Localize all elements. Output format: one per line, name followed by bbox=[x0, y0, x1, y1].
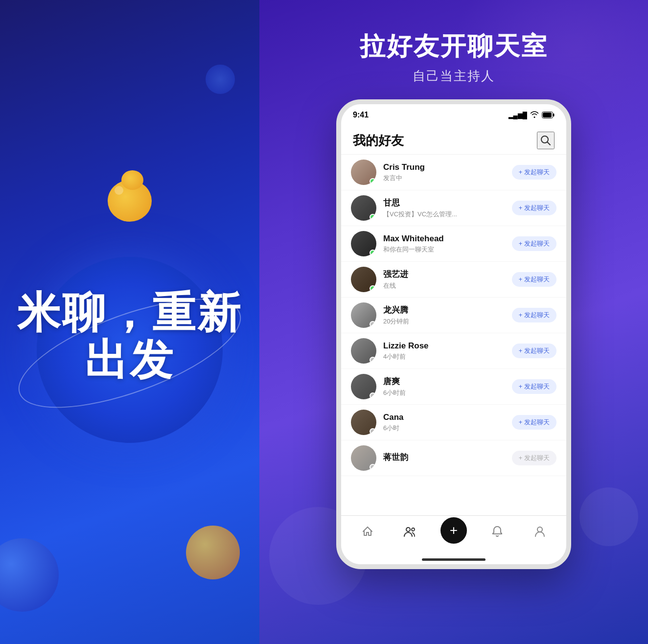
phone-content: 我的好友 Cris Trung 发言中 + 发起聊天 甘思 bbox=[341, 126, 566, 515]
list-item: 蒋世韵 + 发起聊天 bbox=[341, 440, 566, 476]
friend-info: 龙兴腾 20分钟前 bbox=[383, 304, 512, 326]
status-dot bbox=[370, 250, 376, 256]
status-dot bbox=[370, 392, 376, 399]
start-chat-button[interactable]: + 发起聊天 bbox=[512, 272, 556, 287]
plus-icon: + bbox=[450, 524, 458, 537]
svg-rect-2 bbox=[553, 114, 555, 116]
friend-info: Cris Trung 发言中 bbox=[383, 162, 512, 183]
svg-rect-1 bbox=[543, 113, 552, 117]
friends-header: 我的好友 bbox=[341, 126, 566, 155]
avatar bbox=[351, 445, 376, 471]
friend-info: 唐爽 6小时前 bbox=[383, 376, 512, 397]
left-panel: 米聊，重新出发 bbox=[0, 0, 259, 644]
start-chat-button[interactable]: + 发起聊天 bbox=[512, 344, 556, 358]
svg-point-6 bbox=[412, 528, 415, 531]
friend-status: 和你在同一聊天室 bbox=[383, 245, 512, 254]
friend-name: Cris Trung bbox=[383, 162, 512, 172]
start-chat-button[interactable]: + 发起聊天 bbox=[512, 308, 556, 322]
list-item: Lizzie Rose 4小时前 + 发起聊天 bbox=[341, 333, 566, 369]
friend-info: Max Whitehead 和你在同一聊天室 bbox=[383, 234, 512, 254]
home-bar bbox=[422, 558, 486, 561]
friend-info: 强艺进 在线 bbox=[383, 269, 512, 290]
list-item: 甘思 【VC投资】VC怎么管理... + 发起聊天 bbox=[341, 190, 566, 226]
tab-home[interactable] bbox=[355, 526, 380, 540]
friend-info: 蒋世韵 bbox=[383, 452, 512, 464]
battery-icon bbox=[542, 112, 555, 118]
svg-point-5 bbox=[406, 528, 410, 531]
friends-list-title: 我的好友 bbox=[353, 132, 404, 149]
search-button[interactable] bbox=[537, 132, 555, 149]
status-icons: ▂▄▆█ bbox=[509, 111, 555, 119]
avatar bbox=[351, 195, 376, 221]
friends-icon bbox=[404, 526, 417, 540]
friend-name: Cana bbox=[383, 413, 512, 422]
promo-title-main: 拉好友开聊天室 bbox=[360, 29, 548, 64]
tab-friends[interactable] bbox=[398, 526, 422, 540]
start-chat-button[interactable]: + 发起聊天 bbox=[512, 236, 556, 251]
svg-point-7 bbox=[537, 527, 542, 532]
friends-list: Cris Trung 发言中 + 发起聊天 甘思 【VC投资】VC怎么管理...… bbox=[341, 155, 566, 515]
decorative-bubble-bottom-right bbox=[186, 526, 240, 579]
avatar bbox=[351, 267, 376, 292]
friend-info: Lizzie Rose 4小时前 bbox=[383, 341, 512, 361]
status-dot bbox=[370, 178, 376, 184]
start-chat-button[interactable]: + 发起聊天 bbox=[512, 451, 556, 465]
avatar bbox=[351, 338, 376, 364]
home-indicator bbox=[341, 554, 566, 564]
decorative-bubble-top-right bbox=[206, 65, 235, 94]
friend-status: 在线 bbox=[383, 281, 512, 290]
tab-notifications[interactable] bbox=[485, 526, 509, 540]
tab-create[interactable]: + bbox=[440, 517, 467, 544]
friend-info: Cana 6小时 bbox=[383, 413, 512, 433]
status-dot bbox=[370, 428, 376, 435]
friend-info: 甘思 【VC投资】VC怎么管理... bbox=[383, 197, 512, 219]
friend-name: 强艺进 bbox=[383, 269, 512, 280]
friend-status: 【VC投资】VC怎么管理... bbox=[383, 210, 512, 219]
friend-name: 龙兴腾 bbox=[383, 304, 512, 316]
avatar bbox=[351, 160, 376, 185]
promo-title-area: 拉好友开聊天室 自己当主持人 bbox=[360, 29, 548, 85]
list-item: Cris Trung 发言中 + 发起聊天 bbox=[341, 155, 566, 190]
avatar bbox=[351, 231, 376, 256]
avatar bbox=[351, 410, 376, 435]
friend-name: Lizzie Rose bbox=[383, 341, 512, 351]
avatar bbox=[351, 374, 376, 399]
profile-icon bbox=[534, 526, 545, 540]
start-chat-button[interactable]: + 发起聊天 bbox=[512, 415, 556, 430]
friend-name: 蒋世韵 bbox=[383, 452, 512, 463]
app-tagline-text: 米聊，重新出发 bbox=[0, 289, 259, 384]
status-dot bbox=[370, 214, 376, 220]
friend-status: 4小时前 bbox=[383, 352, 512, 361]
phone-mockup: 9:41 ▂▄▆█ bbox=[336, 99, 571, 569]
list-item: 龙兴腾 20分钟前 + 发起聊天 bbox=[341, 298, 566, 333]
right-panel: 拉好友开聊天室 自己当主持人 9:41 ▂▄▆█ bbox=[259, 0, 648, 644]
home-icon bbox=[362, 526, 373, 540]
list-item: Max Whitehead 和你在同一聊天室 + 发起聊天 bbox=[341, 226, 566, 262]
chat-icon-bubble bbox=[108, 180, 152, 222]
bg-circle-2 bbox=[579, 487, 638, 546]
start-chat-button[interactable]: + 发起聊天 bbox=[512, 379, 556, 394]
status-bar: 9:41 ▂▄▆█ bbox=[341, 104, 566, 126]
tab-profile[interactable] bbox=[528, 526, 552, 540]
start-chat-button[interactable]: + 发起聊天 bbox=[512, 165, 556, 180]
main-tagline: 米聊，重新出发 bbox=[0, 289, 259, 384]
svg-line-4 bbox=[548, 142, 551, 145]
friend-status: 6小时 bbox=[383, 424, 512, 433]
status-dot bbox=[370, 321, 376, 327]
friend-name: 唐爽 bbox=[383, 376, 512, 387]
status-dot bbox=[370, 285, 376, 292]
friend-name: 甘思 bbox=[383, 197, 512, 208]
tab-bar: + bbox=[341, 515, 566, 554]
status-time: 9:41 bbox=[353, 111, 369, 119]
promo-title-sub: 自己当主持人 bbox=[360, 68, 548, 85]
list-item: 强艺进 在线 + 发起聊天 bbox=[341, 262, 566, 298]
signal-icon: ▂▄▆█ bbox=[509, 112, 527, 119]
friend-status: 发言中 bbox=[383, 174, 512, 183]
start-chat-button[interactable]: + 发起聊天 bbox=[512, 201, 556, 215]
avatar bbox=[351, 302, 376, 328]
wifi-icon bbox=[530, 111, 539, 119]
friend-status: 20分钟前 bbox=[383, 317, 512, 326]
decorative-bubble-bottom-left bbox=[0, 538, 59, 612]
friend-name: Max Whitehead bbox=[383, 234, 512, 244]
status-dot bbox=[370, 357, 376, 363]
